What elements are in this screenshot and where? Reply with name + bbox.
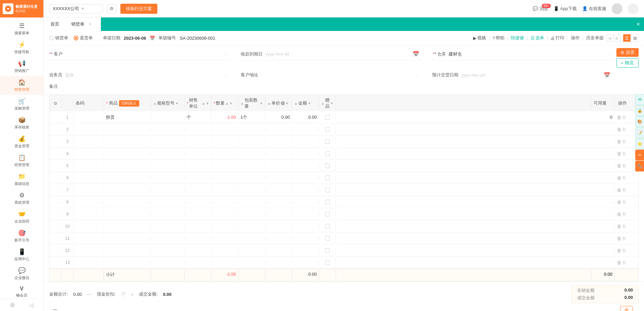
td-spec[interactable] (151, 248, 185, 252)
td-amount[interactable]: 0.00 (292, 113, 319, 122)
td-unit[interactable] (185, 248, 212, 252)
gift-checkbox[interactable] (325, 115, 330, 120)
td-unit[interactable] (185, 127, 212, 131)
td-barcode[interactable] (74, 212, 104, 216)
collect-date-input[interactable] (265, 51, 412, 56)
td-barcode[interactable] (74, 236, 104, 240)
td-spec[interactable] (151, 188, 185, 192)
td-pkgqty[interactable] (238, 261, 265, 265)
td-gift[interactable] (319, 186, 336, 194)
td-amount[interactable] (292, 248, 319, 252)
sidebar-item-marketing[interactable]: 📢 营销推广 (0, 57, 43, 76)
one-click-collect[interactable]: 一键收款 (49, 307, 60, 311)
copy-icon[interactable]: ⎘ (623, 151, 626, 156)
user-avatar2[interactable] (628, 3, 639, 14)
sidebar-item-basics[interactable]: 📁 基础信息 (0, 170, 43, 189)
td-product[interactable] (104, 152, 151, 156)
view-list[interactable]: ☰ (623, 34, 631, 42)
delete-icon[interactable]: 🗑 (617, 139, 621, 144)
rfloat-btn-5[interactable]: ⭐ (635, 139, 644, 149)
td-amount[interactable] (292, 188, 319, 192)
td-qty[interactable] (212, 236, 238, 240)
td-product[interactable] (104, 248, 151, 252)
td-price[interactable] (265, 188, 292, 192)
sidebar-item-wechat[interactable]: 💬 企业微信 (0, 264, 43, 283)
td-spec[interactable] (151, 236, 185, 240)
td-price[interactable]: 0.00 (265, 113, 292, 122)
select-link[interactable]: ☰ 选单 (531, 35, 544, 41)
td-pkgqty[interactable] (238, 212, 265, 216)
td-gift[interactable] (319, 161, 336, 170)
td-barcode[interactable] (74, 200, 104, 204)
td-product[interactable] (104, 261, 151, 265)
td-gift[interactable] (319, 113, 336, 122)
sidebar-item-sales[interactable]: 🏠 销售管理 (0, 76, 43, 95)
td-spec[interactable] (151, 176, 185, 180)
delivery-calendar-icon[interactable]: 📅 (604, 72, 610, 78)
copy-icon[interactable]: ⎘ (623, 187, 626, 193)
date-calendar-icon[interactable]: 📅 (150, 36, 155, 41)
td-unit[interactable]: 个 (185, 112, 212, 122)
sidebar-item-inventory[interactable]: 📦 库存核算 (0, 114, 43, 132)
sidebar-item-purchase[interactable]: 🛒 采购管理 (0, 95, 43, 114)
td-gift[interactable] (319, 137, 336, 146)
td-pkgqty[interactable] (238, 248, 265, 252)
td-unit[interactable] (185, 176, 212, 180)
warehouse-input[interactable] (449, 51, 607, 56)
radio-sales[interactable]: 销货单 (49, 35, 68, 41)
td-pkgqty[interactable] (238, 164, 265, 168)
notes-input[interactable] (61, 84, 639, 89)
td-spec[interactable] (151, 224, 185, 228)
copy-icon[interactable]: ⎘ (623, 224, 626, 229)
td-gift[interactable] (319, 125, 336, 134)
td-gift[interactable] (319, 173, 336, 182)
address-dots[interactable]: ··· (415, 73, 419, 78)
td-pkgqty[interactable] (238, 224, 265, 228)
td-product[interactable] (104, 176, 151, 180)
view-grid[interactable]: ⊞ (631, 34, 639, 42)
customer-input[interactable] (65, 51, 224, 56)
rfloat-btn-1[interactable]: ✉ (635, 94, 644, 105)
online-service-btn[interactable]: 👤 在线客服 (582, 6, 606, 12)
gift-checkbox[interactable] (325, 236, 330, 241)
salesman-dots[interactable]: ··· (224, 73, 227, 78)
message-btn[interactable]: 💬 消息 99+ (533, 6, 548, 12)
td-barcode[interactable] (74, 115, 104, 119)
rfloat-btn-3[interactable]: 🎨 (635, 116, 644, 127)
discount-info-icon[interactable]: ? (121, 292, 126, 297)
company-selector[interactable]: XXXXXX公司 ▼ (49, 4, 103, 13)
rfloat-btn-2[interactable]: 🔒 (635, 105, 644, 116)
shortcut-link[interactable]: 快捷键 (511, 35, 524, 41)
gift-checkbox[interactable] (325, 176, 330, 180)
td-pkgqty[interactable] (238, 140, 265, 144)
td-pkgqty[interactable] (238, 236, 265, 240)
delete-icon[interactable]: 🗑 (617, 175, 621, 181)
td-amount[interactable] (292, 140, 319, 144)
customer-dots[interactable]: ··· (224, 51, 227, 56)
td-qty[interactable] (212, 176, 238, 180)
td-product[interactable] (104, 188, 151, 192)
td-unit[interactable] (185, 200, 212, 204)
delete-icon[interactable]: 🗑 (617, 151, 621, 156)
nav-prev[interactable]: ◁ (606, 35, 613, 41)
td-qty[interactable] (212, 152, 238, 156)
td-amount[interactable] (292, 164, 319, 168)
td-unit[interactable] (185, 212, 212, 216)
td-qty[interactable] (212, 224, 238, 228)
td-price[interactable] (265, 212, 292, 216)
copy-icon[interactable]: ⎘ (623, 163, 626, 168)
td-price[interactable] (265, 164, 292, 168)
copy-icon[interactable]: ⎘ (623, 236, 626, 241)
app-download-btn[interactable]: 📱 App下载 (554, 6, 577, 12)
td-price[interactable] (265, 248, 292, 252)
td-gift[interactable] (319, 210, 336, 219)
nav-next[interactable]: ▷ (614, 35, 620, 41)
gift-checkbox[interactable] (325, 224, 330, 229)
td-product[interactable] (104, 224, 151, 228)
flow-button[interactable]: + 物流 (616, 58, 639, 68)
sidebar-item-member[interactable]: V 畅会员 (0, 283, 43, 299)
td-qty[interactable] (212, 200, 238, 204)
tab-sales-order[interactable]: 销货单 × (66, 17, 101, 31)
delete-icon[interactable]: 🗑 (617, 236, 621, 241)
td-qty[interactable] (212, 127, 238, 131)
